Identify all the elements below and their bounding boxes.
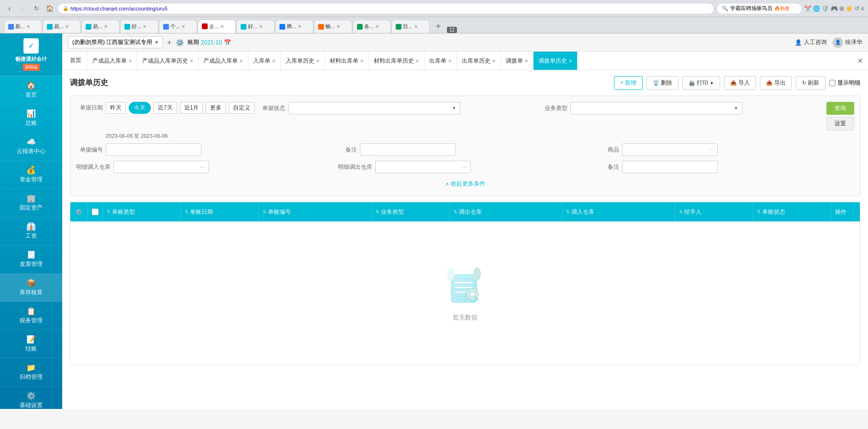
th-checkbox[interactable] [88, 202, 103, 221]
display-detail-toggle[interactable]: 显示明细 [829, 79, 860, 87]
sidebar-item-settings[interactable]: ⚙️ 基础设置 [0, 386, 62, 409]
docnum-input[interactable] [106, 143, 201, 156]
tab-1[interactable]: 新...✕ [4, 20, 42, 33]
tab-2[interactable]: 易...✕ [43, 20, 81, 33]
tab-6-active[interactable]: 企...✕ [198, 20, 236, 33]
date-more-btn[interactable]: 更多 [206, 102, 226, 114]
refresh-button[interactable]: ↻ [31, 3, 42, 14]
biztype-select[interactable]: ▼ [570, 102, 743, 114]
sub-tab-outbound[interactable]: 出库单 ✕ [424, 52, 457, 70]
new-record-button[interactable]: + 新增 [614, 76, 643, 90]
note2-input[interactable] [622, 161, 718, 173]
date-7days-btn[interactable]: 近7天 [154, 102, 177, 114]
sidebar-item-close[interactable]: 📝 结账 [0, 330, 62, 358]
support-link[interactable]: 👤 人工咨询 [795, 38, 827, 46]
th-in-warehouse[interactable]: ⇅ 调入仓库 [562, 202, 675, 221]
add-company-button[interactable]: + [167, 38, 171, 47]
close-tab-icon[interactable]: ✕ [448, 58, 452, 64]
tab-10[interactable]: 各...✕ [353, 20, 391, 33]
sidebar-item-inventory[interactable]: 📦 库存核算 [0, 274, 62, 302]
new-tab-button[interactable]: + [432, 20, 445, 33]
back-button[interactable]: ‹ [4, 3, 15, 14]
detail-out-select[interactable]: ··· [375, 161, 471, 173]
tab-8[interactable]: 腾...✕ [275, 20, 313, 33]
close-tab-icon[interactable]: ✕ [415, 58, 419, 64]
tab-7[interactable]: 好...✕ [236, 20, 275, 33]
close-tab-icon[interactable]: ✕ [524, 58, 528, 64]
th-doc-date[interactable]: ⇅ 单账日期 [181, 202, 259, 221]
invoice-icon: 🧾 [26, 250, 36, 259]
th-out-warehouse[interactable]: ⇅ 调出仓库 [450, 202, 563, 221]
sub-tab-product-inbound-history[interactable]: 产成品入库单历史 ✕ [137, 52, 199, 70]
sub-tab-material-outbound[interactable]: 材料出库单 ✕ [325, 52, 369, 70]
th-doc-status[interactable]: ⇅ 单账状态 [753, 202, 831, 221]
close-tab-icon[interactable]: ✕ [272, 58, 276, 64]
sub-tab-transfer-history-active[interactable]: 调拨单历史 ✕ [534, 52, 578, 70]
tab-5[interactable]: 个...✕ [159, 20, 197, 33]
tab-11[interactable]: 目...✕ [391, 20, 430, 33]
gear-icon[interactable]: ⚙️ [176, 39, 184, 46]
close-tab-icon[interactable]: ✕ [316, 58, 320, 64]
th-doc-type[interactable]: ⇅ 单账类型 [103, 202, 181, 221]
detail-in-select[interactable]: ··· [113, 161, 209, 173]
close-tab-icon[interactable]: ✕ [128, 58, 132, 64]
sub-tab-transfer[interactable]: 调拨单 ✕ [501, 52, 534, 70]
note-input[interactable] [360, 143, 456, 156]
date-yesterday-btn[interactable]: 昨天 [106, 102, 126, 114]
close-tab-icon[interactable]: ✕ [189, 58, 193, 64]
svg-point-2 [473, 267, 481, 281]
sidebar-item-reports[interactable]: ☁️ 云报表中心 [0, 132, 62, 161]
sidebar-item-funds[interactable]: 💰 资金管理 [0, 161, 62, 189]
sub-tab-inbound[interactable]: 入库单 ✕ [248, 52, 281, 70]
query-button[interactable]: 查询 [826, 102, 854, 115]
close-tab-icon[interactable]: ✕ [360, 58, 364, 64]
settings-filter-button[interactable]: 设置 [826, 117, 854, 131]
sidebar-tax-label: 税务管理 [20, 317, 43, 325]
sidebar-item-home[interactable]: 🏠 首页 [0, 76, 62, 104]
tab-4[interactable]: 好...✕ [120, 20, 158, 33]
status-select[interactable]: ▼ [288, 102, 460, 114]
import-button[interactable]: 📥 导入 [724, 76, 756, 90]
forward-button[interactable]: › [17, 3, 29, 14]
sub-tab-material-outbound-history[interactable]: 材料出库单历史 ✕ [369, 52, 424, 70]
period-selector[interactable]: 账期 2021-10 📅 [188, 38, 231, 46]
filter-collapse[interactable]: ∧ 收起更多条件 [76, 178, 854, 190]
th-doc-num[interactable]: ⇅ 单账编号 [259, 202, 372, 221]
search-box[interactable]: 🔍 学霸应聘场驱鸟员 🔥热搜 [716, 3, 802, 14]
date-today-btn[interactable]: 今天 [129, 102, 151, 114]
sidebar-item-tax[interactable]: 📋 税务管理 [0, 302, 62, 330]
date-custom-btn[interactable]: 自定义 [229, 102, 255, 114]
sub-nav-close-all[interactable]: ✕ [853, 53, 868, 68]
address-bar[interactable]: 🔒 https://cloud.chanjet.com/accounting/u… [57, 3, 714, 14]
sidebar-item-salary[interactable]: 👔 工资 [0, 217, 62, 245]
th-doc-status-label: 单账状态 [762, 208, 785, 216]
user-area[interactable]: 👤 徐泽华 [833, 37, 862, 48]
home-button[interactable]: 🏠 [44, 3, 56, 14]
goods-select[interactable]: ··· [622, 143, 718, 156]
detail-in-more-icon: ··· [200, 164, 205, 170]
tab-3[interactable]: 易...✕ [81, 20, 120, 33]
sidebar-item-assets[interactable]: 🏢 固定资产 [0, 189, 62, 217]
sidebar-item-ledger[interactable]: 📊 总账 [0, 104, 62, 132]
sub-tab-outbound-history[interactable]: 出库单历史 ✕ [457, 52, 501, 70]
sub-tab-product-inbound-2[interactable]: 产成品入库单 ✕ [199, 52, 248, 70]
th-gear[interactable]: ⚙️ [70, 202, 88, 221]
close-tab-icon[interactable]: ✕ [568, 58, 572, 64]
sidebar-item-archive[interactable]: 📁 归档管理 [0, 358, 62, 386]
th-handler[interactable]: ⇅ 经手人 [675, 202, 753, 221]
refresh-data-button[interactable]: ↻ 刷新 [796, 76, 825, 90]
print-button[interactable]: 🖨️ 打印 ▼ [682, 76, 720, 90]
close-tab-icon[interactable]: ✕ [492, 58, 496, 64]
tab-9[interactable]: 畅...✕ [314, 20, 352, 33]
sub-tab-home[interactable]: 首页 [64, 52, 88, 70]
select-all-checkbox[interactable] [92, 209, 99, 215]
sub-tab-inbound-history[interactable]: 入库单历史 ✕ [281, 52, 325, 70]
close-tab-icon[interactable]: ✕ [239, 58, 243, 64]
export-button[interactable]: 📤 导出 [760, 76, 792, 90]
delete-button[interactable]: 🗑️ 删除 [646, 76, 679, 90]
th-biz-type[interactable]: ⇅ 业务类型 [372, 202, 450, 221]
sub-tab-product-inbound[interactable]: 产成品入库单 ✕ [88, 52, 137, 70]
sidebar-item-invoice[interactable]: 🧾 发票管理 [0, 245, 62, 274]
company-selector[interactable]: (勿删勿禁用) 江西服宝测试专用 ▼ [68, 36, 163, 48]
date-1month-btn[interactable]: 近1月 [180, 102, 203, 114]
